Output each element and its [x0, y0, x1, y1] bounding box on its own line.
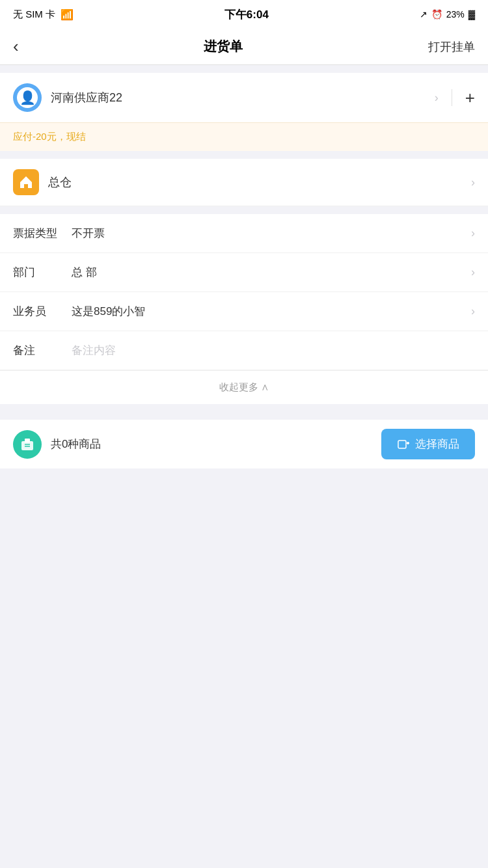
status-bar: 无 SIM 卡 📶 下午6:04 ↗ ⏰ 23% ▓	[0, 0, 488, 29]
warehouse-chevron-icon: ›	[471, 176, 475, 189]
collapse-row[interactable]: 收起更多 ∧	[0, 370, 488, 404]
wifi-icon: 📶	[61, 8, 74, 21]
section-gap-1	[0, 65, 488, 73]
nav-bar: ‹ 进货单 打开挂单	[0, 29, 488, 65]
status-left: 无 SIM 卡 📶	[13, 8, 74, 21]
carrier-label: 无 SIM 卡	[13, 8, 55, 21]
warehouse-section: 总仓 ›	[0, 159, 488, 206]
supplier-avatar: 👤	[13, 83, 42, 112]
invoice-type-label: 票据类型	[13, 226, 72, 241]
supplier-chevron-icon: ›	[435, 91, 439, 105]
remark-row[interactable]: 备注 备注内容	[0, 331, 488, 370]
section-gap-3	[0, 206, 488, 214]
location-icon: ↗	[420, 9, 427, 20]
bottom-section: 共0种商品 选择商品	[0, 420, 488, 468]
department-row[interactable]: 部门 总 部 ›	[0, 253, 488, 292]
salesperson-label: 业务员	[13, 304, 72, 319]
select-product-label: 选择商品	[415, 437, 459, 452]
svg-rect-0	[21, 441, 33, 450]
department-value: 总 部	[72, 265, 466, 280]
product-count-label: 共0种商品	[51, 437, 381, 452]
department-label: 部门	[13, 265, 72, 280]
supplier-section: 👤 河南供应商22 › + 应付-20元，现结	[0, 73, 488, 151]
select-product-button[interactable]: 选择商品	[381, 429, 475, 459]
department-chevron-icon: ›	[471, 265, 475, 279]
salesperson-chevron-icon: ›	[471, 305, 475, 318]
remark-input[interactable]: 备注内容	[72, 343, 475, 358]
section-gap-4	[0, 404, 488, 412]
back-button[interactable]: ‹	[13, 36, 19, 57]
supplier-row[interactable]: 👤 河南供应商22 › +	[0, 73, 488, 122]
warehouse-row[interactable]: 总仓 ›	[0, 159, 488, 206]
invoice-chevron-icon: ›	[471, 226, 475, 240]
invoice-type-value: 不开票	[72, 226, 466, 241]
supplier-name: 河南供应商22	[51, 90, 435, 105]
person-icon: 👤	[20, 90, 36, 105]
alarm-icon: ⏰	[431, 9, 442, 20]
page-background	[0, 468, 488, 664]
section-gap-2	[0, 151, 488, 159]
form-section: 票据类型 不开票 › 部门 总 部 › 业务员 这是859的小智 › 备注 备注…	[0, 214, 488, 404]
status-right: ↗ ⏰ 23% ▓	[420, 9, 475, 20]
page-title: 进货单	[204, 38, 243, 55]
remark-label: 备注	[13, 343, 72, 358]
svg-rect-1	[25, 439, 30, 442]
warehouse-name: 总仓	[48, 174, 471, 190]
invoice-type-row[interactable]: 票据类型 不开票 ›	[0, 214, 488, 253]
notice-banner: 应付-20元，现结	[0, 122, 488, 151]
avatar-inner: 👤	[17, 87, 38, 108]
open-pending-button[interactable]: 打开挂单	[428, 39, 475, 55]
salesperson-row[interactable]: 业务员 这是859的小智 ›	[0, 292, 488, 331]
status-time: 下午6:04	[224, 7, 269, 22]
product-icon	[13, 430, 42, 459]
battery-icon: ▓	[468, 9, 475, 20]
salesperson-value: 这是859的小智	[72, 304, 466, 319]
collapse-label: 收起更多 ∧	[219, 381, 269, 394]
warehouse-icon	[13, 169, 39, 195]
notice-text: 应付-20元，现结	[13, 131, 86, 142]
add-supplier-button[interactable]: +	[452, 89, 475, 106]
svg-rect-4	[398, 441, 406, 448]
battery-label: 23%	[446, 9, 465, 20]
